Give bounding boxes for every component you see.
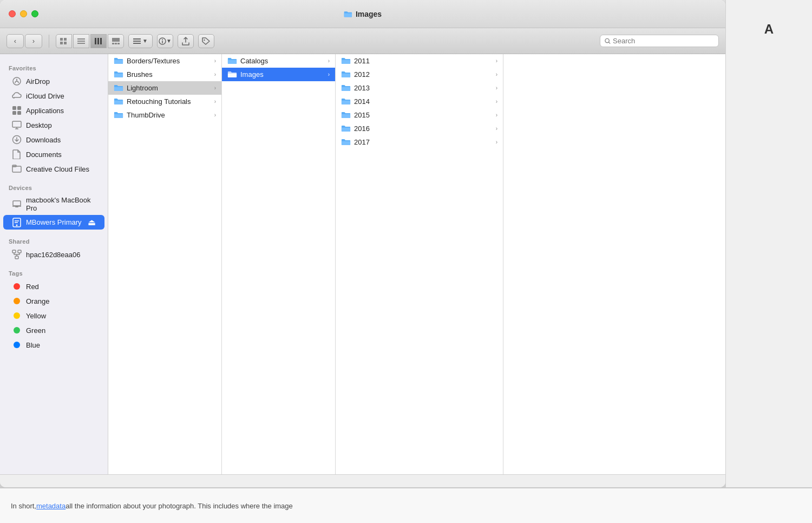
svg-point-20 — [204, 39, 205, 40]
sidebar-item-red[interactable]: Red — [3, 279, 104, 293]
sidebar-item-icloud[interactable]: iCloud Drive — [3, 89, 104, 103]
svg-point-24 — [16, 79, 17, 80]
column-2: Catalogs › Images › — [222, 54, 336, 474]
icon-view-button[interactable] — [56, 34, 72, 48]
search-bar[interactable] — [600, 35, 719, 47]
back-button[interactable]: ‹ — [6, 34, 24, 48]
creativecloud-icon — [12, 164, 22, 174]
sidebar-item-documents[interactable]: Documents — [3, 147, 104, 161]
sidebar-item-green[interactable]: Green — [3, 323, 104, 337]
svg-rect-28 — [17, 111, 21, 115]
chevron-icon: › — [214, 99, 216, 104]
item-label: 2016 — [354, 125, 370, 133]
share-button[interactable] — [178, 34, 194, 48]
item-label: Lightroom — [127, 84, 158, 92]
sidebar-item-airdrop[interactable]: AirDrop — [3, 74, 104, 88]
item-label: Images — [240, 70, 264, 79]
item-label: Retouching Tutorials — [127, 97, 191, 106]
list-item[interactable]: 2012 › — [336, 68, 503, 81]
green-label: Green — [26, 326, 45, 335]
creativecloud-label: Creative Cloud Files — [26, 165, 89, 173]
list-view-button[interactable] — [73, 34, 89, 48]
list-item[interactable]: Borders/Textures › — [108, 54, 221, 68]
chevron-icon: › — [496, 99, 497, 104]
svg-point-46 — [14, 312, 20, 319]
green-tag-icon — [12, 325, 22, 335]
eject-icon[interactable]: ⏏ — [88, 217, 96, 227]
sidebar-item-macbook[interactable]: macbook's MacBook Pro — [3, 194, 104, 214]
devices-header: Devices — [0, 180, 108, 193]
minimize-button[interactable] — [20, 10, 27, 17]
sidebar-item-creativecloud[interactable]: Creative Cloud Files — [3, 162, 104, 176]
gallery-view-button[interactable] — [108, 34, 124, 48]
search-input[interactable] — [613, 37, 714, 45]
sidebar-item-mbowers[interactable]: MBowers Primary ⏏ — [3, 215, 104, 230]
folder-icon — [341, 84, 351, 92]
svg-rect-6 — [77, 43, 85, 44]
svg-rect-26 — [17, 106, 21, 110]
bottom-text-prefix: In short, — [11, 502, 36, 510]
list-item[interactable]: 2016 › — [336, 122, 503, 135]
folder-icon — [341, 70, 351, 79]
sidebar-item-hpac[interactable]: hpac162d8eaa06 — [3, 247, 104, 262]
sidebar-item-desktop[interactable]: Desktop — [3, 118, 104, 132]
status-bar — [0, 474, 725, 487]
window-title: Images — [356, 10, 382, 18]
list-item[interactable]: 2013 › — [336, 81, 503, 95]
forward-button[interactable]: › — [25, 34, 42, 48]
list-item[interactable]: Retouching Tutorials › — [108, 95, 221, 108]
list-item[interactable]: Lightroom › — [108, 81, 221, 95]
sidebar-item-applications[interactable]: Applications — [3, 103, 104, 117]
chevron-icon: › — [328, 71, 330, 77]
maximize-button[interactable] — [31, 10, 38, 17]
list-item[interactable]: 2017 › — [336, 135, 503, 149]
downloads-icon — [12, 135, 22, 145]
svg-point-21 — [605, 38, 609, 42]
list-item[interactable]: Brushes › — [108, 68, 221, 81]
svg-rect-0 — [60, 38, 63, 41]
item-label: 2017 — [354, 138, 370, 146]
column-view-button[interactable] — [90, 34, 107, 48]
item-label: Catalogs — [240, 57, 268, 65]
airdrop-icon — [12, 76, 22, 86]
folder-icon — [114, 111, 123, 119]
close-button[interactable] — [9, 10, 16, 17]
item-label: 2014 — [354, 97, 370, 106]
chevron-icon: › — [496, 139, 497, 145]
item-label: 2015 — [354, 111, 370, 119]
svg-rect-14 — [133, 38, 141, 40]
red-tag-icon — [12, 282, 22, 291]
sidebar-item-orange[interactable]: Orange — [3, 294, 104, 308]
toolbar-separator-1 — [49, 35, 49, 48]
action-button[interactable]: ▼ — [157, 34, 173, 48]
list-item[interactable]: ThumbDrive › — [108, 108, 221, 122]
bottom-text-link[interactable]: metadata — [36, 502, 66, 510]
svg-point-38 — [16, 224, 18, 226]
sidebar-item-downloads[interactable]: Downloads — [3, 133, 104, 147]
list-item[interactable]: 2014 › — [336, 95, 503, 108]
svg-rect-8 — [97, 38, 99, 44]
list-item[interactable]: Catalogs › — [222, 54, 335, 68]
tags-header: Tags — [0, 266, 108, 279]
item-label: 2013 — [354, 84, 370, 92]
traffic-lights — [9, 10, 38, 17]
airdrop-label: AirDrop — [26, 77, 50, 86]
column-3: 2011 › 2012 › 2013 › — [336, 54, 503, 474]
desktop-label: Desktop — [26, 121, 52, 129]
svg-line-22 — [608, 42, 610, 43]
downloads-label: Downloads — [26, 136, 61, 144]
folder-icon — [114, 84, 123, 92]
hpac-label: hpac162d8eaa06 — [26, 251, 81, 259]
sidebar-item-blue[interactable]: Blue — [3, 338, 104, 352]
svg-rect-25 — [12, 106, 16, 110]
desktop-icon — [12, 120, 22, 130]
list-item[interactable]: Images › — [222, 68, 335, 81]
tag-button[interactable] — [198, 34, 214, 48]
documents-label: Documents — [26, 151, 62, 159]
group-button[interactable]: ▼ — [128, 34, 153, 48]
chevron-icon: › — [496, 126, 497, 132]
list-item[interactable]: 2011 › — [336, 54, 503, 68]
list-item[interactable]: 2015 › — [336, 108, 503, 122]
chevron-icon: › — [214, 71, 216, 77]
sidebar-item-yellow[interactable]: Yellow — [3, 309, 104, 323]
